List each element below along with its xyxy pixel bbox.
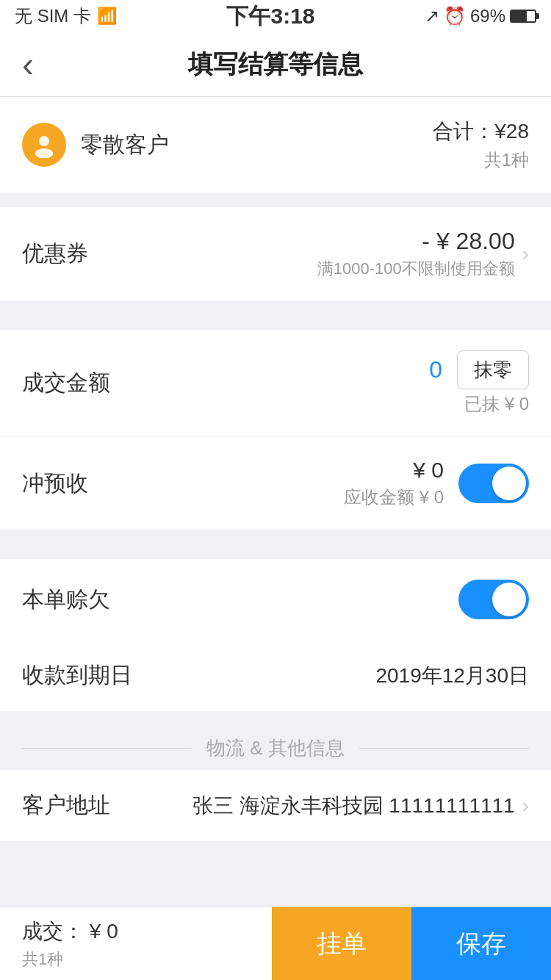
coupon-right: - ¥ 28.00 满1000-100不限制使用金额 › <box>317 228 529 280</box>
section-divider: 物流 & 其他信息 <box>0 726 551 770</box>
status-time: 下午3:18 <box>226 1 314 32</box>
address-value: 张三 海淀永丰科技园 11111111111 <box>192 792 515 820</box>
coupon-desc: 满1000-100不限制使用金额 <box>317 258 515 280</box>
content: 零散客户 合计：¥28 共1种 优惠券 - ¥ 28.00 满1000-100不… <box>0 97 551 944</box>
credit-debt-toggle[interactable] <box>458 580 529 619</box>
save-button[interactable]: 保存 <box>411 907 551 980</box>
address-chevron-icon: › <box>522 794 529 818</box>
transaction-amount-right: 0 抹零 <box>429 350 529 389</box>
prepayment-right-stack: ¥ 0 应收金额 ¥ 0 <box>344 458 444 509</box>
svg-point-1 <box>35 148 53 158</box>
due-date-label: 收款到期日 <box>22 660 132 691</box>
customer-avatar <box>22 123 66 167</box>
customer-left: 零散客户 <box>22 123 169 167</box>
separator-1 <box>0 315 551 330</box>
page-title: 填写结算等信息 <box>188 48 363 82</box>
address-section: 客户地址 张三 海淀永丰科技园 11111111111 › <box>0 770 551 841</box>
customer-row: 零散客户 合计：¥28 共1种 <box>0 97 551 192</box>
transaction-amount-row: 成交金额 0 抹零 已抹 ¥ 0 <box>0 330 551 437</box>
credit-debt-row: 本单赊欠 <box>0 559 551 640</box>
battery-icon <box>510 10 536 23</box>
svg-point-0 <box>39 136 49 146</box>
address-row[interactable]: 客户地址 张三 海淀永丰科技园 11111111111 › <box>0 770 551 841</box>
address-label: 客户地址 <box>22 790 110 821</box>
customer-count: 共1种 <box>433 148 529 172</box>
round-zero-button[interactable]: 抹零 <box>457 350 529 389</box>
customer-section: 零散客户 合计：¥28 共1种 <box>0 97 551 192</box>
summary-amount: ¥ 0 <box>90 920 118 943</box>
bottom-bar: 成交： ¥ 0 共1种 挂单 保存 <box>0 907 551 980</box>
due-date-row: 收款到期日 2019年12月30日 <box>0 640 551 711</box>
status-right: ↗ ⏰ 69% <box>425 6 536 26</box>
customer-name: 零散客户 <box>81 130 169 160</box>
prepayment-toggle[interactable] <box>458 464 529 503</box>
alarm-icon: ⏰ <box>444 6 466 26</box>
location-icon: ↗ <box>425 6 439 26</box>
transaction-amount-label: 成交金额 <box>22 368 110 398</box>
status-bar: 无 SIM 卡 📶 下午3:18 ↗ ⏰ 69% <box>0 0 551 32</box>
coupon-section: 优惠券 - ¥ 28.00 满1000-100不限制使用金额 › <box>0 207 551 300</box>
status-carrier: 无 SIM 卡 📶 <box>15 4 117 28</box>
prepayment-label: 冲预收 <box>22 469 88 499</box>
carrier-text: 无 SIM 卡 <box>15 4 91 28</box>
separator-2 <box>0 544 551 559</box>
back-button[interactable]: ‹ <box>22 44 34 84</box>
credit-debt-toggle-knob <box>492 583 526 616</box>
chevron-right-icon: › <box>522 242 529 266</box>
credit-debt-section: 本单赊欠 收款到期日 2019年12月30日 <box>0 559 551 711</box>
battery-text: 69% <box>470 6 505 26</box>
transaction-section: 成交金额 0 抹零 已抹 ¥ 0 冲预收 ¥ 0 应收金额 ¥ 0 <box>0 330 551 530</box>
prepayment-toggle-knob <box>492 466 526 500</box>
transaction-amount-value: 0 <box>429 356 442 383</box>
coupon-row[interactable]: 优惠券 - ¥ 28.00 满1000-100不限制使用金额 › <box>0 207 551 300</box>
address-right: 张三 海淀永丰科技园 11111111111 › <box>192 792 529 820</box>
transaction-amount-sub: 已抹 ¥ 0 <box>429 392 529 416</box>
due-date-value: 2019年12月30日 <box>375 662 529 690</box>
prepayment-sub: 应收金额 ¥ 0 <box>344 486 444 509</box>
coupon-amount: - ¥ 28.00 <box>317 228 515 255</box>
wifi-icon: 📶 <box>97 7 117 26</box>
coupon-right-content: - ¥ 28.00 满1000-100不限制使用金额 <box>317 228 515 280</box>
nav-bar: ‹ 填写结算等信息 <box>0 32 551 97</box>
hold-button[interactable]: 挂单 <box>272 907 411 980</box>
bottom-summary-count: 共1种 <box>22 948 250 970</box>
summary-label: 成交： <box>22 920 84 943</box>
customer-right: 合计：¥28 共1种 <box>433 118 529 172</box>
coupon-label: 优惠券 <box>22 239 88 269</box>
prepayment-row: 冲预收 ¥ 0 应收金额 ¥ 0 <box>0 437 551 530</box>
divider-text: 物流 & 其他信息 <box>192 735 359 761</box>
bottom-summary-main: 成交： ¥ 0 <box>22 918 250 945</box>
customer-total: 合计：¥28 <box>433 118 529 145</box>
bottom-summary: 成交： ¥ 0 共1种 <box>0 918 272 970</box>
credit-debt-label: 本单赊欠 <box>22 585 110 615</box>
prepayment-amount: ¥ 0 <box>344 458 444 483</box>
